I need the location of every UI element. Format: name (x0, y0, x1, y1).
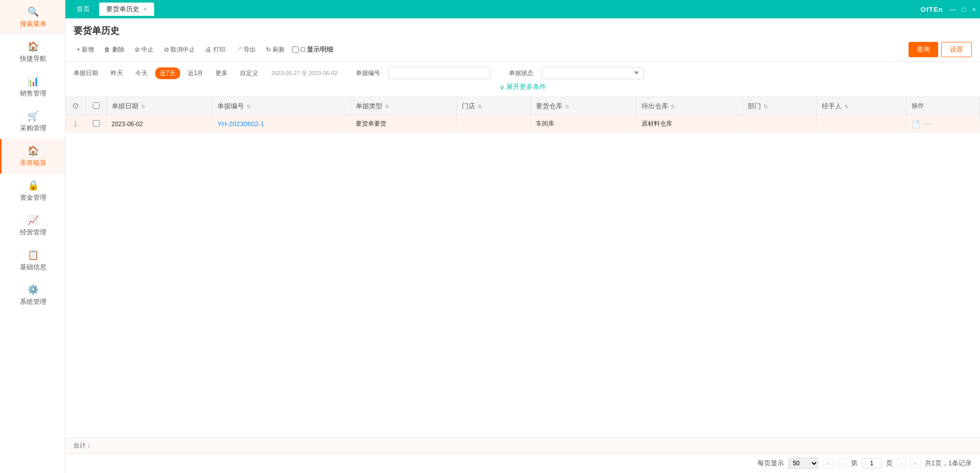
next-page-button[interactable]: › (897, 458, 906, 468)
maximize-button[interactable]: □ (962, 6, 966, 13)
last-page-button[interactable]: » (910, 458, 921, 468)
row-more-icon[interactable]: ⋯ (924, 120, 932, 128)
date-filter-label: 单据日期 (74, 69, 98, 78)
expand-more-button[interactable]: ∨ 展开更多条件 (500, 82, 546, 91)
basic-info-icon: 📋 (28, 249, 39, 261)
refresh-button[interactable]: ↻ 刷新 (263, 43, 288, 56)
query-button[interactable]: 查询 (909, 42, 938, 57)
toolbar-right: 查询 设置 (909, 42, 972, 57)
date-filter-options: 昨天今天近7天近1月更多自定义 (106, 67, 263, 79)
tab-order-history[interactable]: 要货单历史 × (99, 3, 154, 16)
sidebar-item-ops-mgmt[interactable]: 📈经营管理 (0, 208, 65, 243)
close-window-button[interactable]: × (972, 6, 976, 13)
row-handler (816, 115, 906, 133)
date-option-更多[interactable]: 更多 (211, 67, 232, 79)
settings-col-header[interactable]: ⚙ (65, 97, 86, 115)
filter-row-1: 单据日期 昨天今天近7天近1月更多自定义 2023-05-27 至 2023-0… (74, 67, 972, 79)
sidebar-label-ops-mgmt: 经营管理 (20, 228, 46, 237)
main-area: 首页要货单历史 × OfTEn — □ × 要货单历史 + 新增 🗑 删除 ⊘ … (65, 0, 980, 473)
col-header-doc-number[interactable]: 单据编号 ⇅ (212, 97, 350, 115)
header-row: ⚙ 单据日期 ⇅ 单据编号 ⇅ 单据类型 ⇅ (65, 97, 980, 115)
sys-mgmt-icon: ⚙️ (28, 284, 39, 295)
sidebar-item-purchase-mgmt[interactable]: 🛒采购管理 (0, 104, 65, 139)
sidebar-item-finance-mgmt[interactable]: 🔒资金管理 (0, 174, 65, 208)
export-button[interactable]: ↗ 导出 (233, 43, 259, 56)
doc-status-wrapper (542, 67, 644, 79)
sidebar-item-sales-mgmt[interactable]: 📊销售管理 (0, 69, 65, 104)
sidebar-label-sys-mgmt: 系统管理 (20, 297, 46, 306)
table-body: 1 2023-06-02 YH-20230602-1 要货单要货 车间库 原材料… (65, 115, 980, 133)
tab-home[interactable]: 首页 (69, 3, 97, 16)
col-header-doc-type[interactable]: 单据类型 ⇅ (351, 97, 456, 115)
sidebar-item-search-menu[interactable]: 🔍搜索菜单 (0, 0, 65, 35)
page-label: 第 (851, 459, 857, 468)
col-header-department[interactable]: 部门 ⇅ (742, 97, 816, 115)
purchase-mgmt-icon: 🛒 (28, 110, 39, 122)
tab-close-order-history[interactable]: × (141, 5, 147, 13)
minimize-button[interactable]: — (949, 6, 956, 13)
table-header: ⚙ 单据日期 ⇅ 单据编号 ⇅ 单据类型 ⇅ (65, 97, 980, 115)
add-button[interactable]: + 新增 (74, 43, 97, 56)
stop-button[interactable]: ⊘ 中止 (132, 43, 157, 56)
first-page-button[interactable]: « (823, 458, 834, 468)
sort-arrow-doc-type: ⇅ (385, 104, 389, 109)
col-label-department: 部门 (748, 102, 761, 110)
finance-mgmt-icon: 🔒 (28, 180, 39, 191)
col-label-handler: 经手人 (822, 102, 842, 110)
sort-arrow-pending-warehouse: ⇅ (671, 104, 675, 109)
date-option-今天[interactable]: 今天 (131, 67, 152, 79)
col-header-req-warehouse[interactable]: 要货仓库 ⇅ (530, 97, 636, 115)
sidebar-item-basic-info[interactable]: 📋基础信息 (0, 243, 65, 278)
sidebar-item-inventory[interactable]: 🏠库存核算 (0, 139, 65, 174)
doc-number-link[interactable]: YH-20230602-1 (217, 120, 264, 128)
date-option-昨天[interactable]: 昨天 (106, 67, 128, 79)
row-checkbox[interactable] (93, 120, 100, 127)
sort-arrow-doc-number: ⇅ (247, 104, 251, 109)
inventory-icon: 🏠 (28, 145, 39, 156)
doc-status-select[interactable] (542, 67, 644, 79)
sidebar-item-quick-nav[interactable]: 🏠快捷导航 (0, 35, 65, 69)
cancel-stop-button[interactable]: ⊘ 取消中止 (161, 43, 198, 56)
row-actions: 📄 ⋯ (906, 115, 979, 133)
expand-label: 展开更多条件 (506, 82, 546, 91)
prev-page-button[interactable]: ‹ (838, 458, 847, 468)
doc-number-input[interactable] (388, 67, 491, 79)
row-department (742, 115, 816, 133)
quick-nav-icon: 🏠 (28, 41, 39, 52)
display-cells-check-input[interactable] (292, 46, 299, 53)
per-page-select[interactable]: 10 20 50 100 (788, 458, 819, 469)
col-header-doc-date[interactable]: 单据日期 ⇅ (106, 97, 212, 115)
sidebar-label-finance-mgmt: 资金管理 (20, 193, 46, 202)
pagination: 每页显示 10 20 50 100 « ‹ 第 页 › » 共1页，1条记录 (65, 453, 980, 473)
row-doc-date: 2023-06-02 (106, 115, 212, 133)
gear-icon[interactable]: ⚙ (72, 102, 79, 110)
date-option-自定义[interactable]: 自定义 (235, 67, 263, 79)
col-header-handler[interactable]: 经手人 ⇅ (816, 97, 906, 115)
display-cells-label: □ 显示明细 (301, 45, 333, 54)
pagination-summary: 共1页，1条记录 (925, 459, 972, 468)
col-label-pending-warehouse: 待出仓库 (642, 102, 668, 110)
filter-row-2: ∨ 展开更多条件 (74, 82, 972, 91)
page-title: 要货单历史 (74, 25, 972, 37)
page-suffix: 页 (886, 459, 893, 468)
doc-number-label: 单据编号 (356, 69, 380, 78)
sort-arrow-req-warehouse: ⇅ (565, 104, 569, 109)
per-page-label: 每页显示 (757, 459, 784, 468)
settings-button[interactable]: 设置 (941, 42, 972, 57)
col-label-store: 门店 (462, 102, 475, 110)
display-cells-checkbox[interactable]: □ 显示明细 (292, 45, 333, 54)
print-button[interactable]: 🖨 打印 (202, 43, 228, 56)
row-edit-icon[interactable]: 📄 (912, 120, 920, 128)
date-option-近7天[interactable]: 近7天 (155, 67, 180, 79)
col-header-pending-warehouse[interactable]: 待出仓库 ⇅ (636, 97, 742, 115)
sidebar-label-inventory: 库存核算 (20, 158, 46, 168)
expand-icon: ∨ (500, 83, 505, 91)
col-header-store[interactable]: 门店 ⇅ (456, 97, 530, 115)
page-input[interactable] (862, 458, 882, 468)
date-option-近1月[interactable]: 近1月 (183, 67, 208, 79)
delete-button[interactable]: 🗑 删除 (101, 43, 127, 56)
sidebar-item-sys-mgmt[interactable]: ⚙️系统管理 (0, 278, 65, 313)
select-all-checkbox[interactable] (93, 102, 100, 109)
date-range-display: 2023-05-27 至 2023-06-02 (271, 69, 337, 77)
sidebar-label-sales-mgmt: 销售管理 (20, 89, 46, 98)
